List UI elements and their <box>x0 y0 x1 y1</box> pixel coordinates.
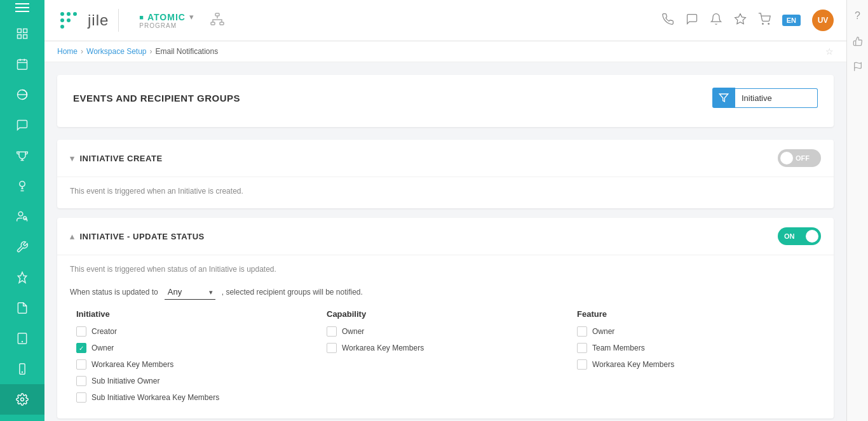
filter-icon <box>712 88 735 108</box>
checkbox-owner-capability-box[interactable] <box>327 326 337 337</box>
svg-point-9 <box>20 182 25 187</box>
initiative-create-desc: This event is triggered when an Initiati… <box>70 187 821 196</box>
sidebar-item-tablet[interactable] <box>0 323 44 354</box>
svg-point-22 <box>60 25 64 29</box>
checkbox-workarea-key-members-feature-box[interactable] <box>577 359 587 370</box>
initiative-filter-select[interactable]: Initiative Capability Feature Epic Story <box>735 88 818 108</box>
sidebar-nav <box>0 15 44 384</box>
breadcrumb-home[interactable]: Home <box>57 47 78 56</box>
sidebar-item-bulb[interactable] <box>0 171 44 201</box>
org-chart-icon[interactable] <box>210 12 225 29</box>
sidebar-item-phone[interactable] <box>0 354 44 384</box>
checkbox-workarea-key-members-capability-box[interactable] <box>327 343 337 353</box>
svg-point-10 <box>18 212 23 217</box>
logo-area: jile <box>57 9 119 32</box>
checkbox-workarea-key-members-capability[interactable]: Workarea Key Members <box>327 343 564 353</box>
jile-logo-text: jile <box>88 11 109 29</box>
checkbox-owner-feature-box[interactable] <box>577 326 587 337</box>
checkbox-sub-initiative-workarea-label: Sub Initiative Workarea Key Members <box>92 393 219 402</box>
thumbsup-icon[interactable] <box>848 32 867 51</box>
checkbox-owner-initiative[interactable]: Owner <box>76 343 314 353</box>
sidebar-item-tools[interactable] <box>0 232 44 262</box>
inbox-icon[interactable] <box>661 13 674 29</box>
checkbox-creator[interactable]: Creator <box>76 326 314 337</box>
checkbox-sub-initiative-owner-box[interactable] <box>76 376 86 386</box>
chat-bubble-icon[interactable] <box>686 13 698 29</box>
cart-icon[interactable] <box>758 13 771 29</box>
language-badge[interactable]: EN <box>782 15 801 26</box>
sidebar-item-people[interactable] <box>0 201 44 232</box>
user-avatar[interactable]: UV <box>812 10 834 31</box>
sidebar-item-document[interactable] <box>0 293 44 323</box>
initiative-create-title: ▾ INITIATIVE CREATE <box>70 154 163 163</box>
sidebar-item-calendar[interactable] <box>0 49 44 79</box>
sidebar-item-pin[interactable] <box>0 262 44 293</box>
sidebar-item-grid[interactable] <box>0 18 44 49</box>
initiative-create-chevron: ▾ <box>70 154 75 163</box>
sidebar-item-chat[interactable] <box>0 110 44 140</box>
sidebar-bottom <box>0 384 44 421</box>
filter-dropdown: Initiative Capability Feature Epic Story <box>712 88 818 108</box>
checkbox-workarea-key-members-feature-label: Workarea Key Members <box>592 360 674 369</box>
checkbox-team-members[interactable]: Team Members <box>577 343 815 353</box>
hamburger-menu[interactable] <box>0 0 44 15</box>
checkbox-workarea-key-members-initiative[interactable]: Workarea Key Members <box>76 359 314 370</box>
svg-rect-23 <box>215 13 219 16</box>
svg-rect-1 <box>24 29 27 33</box>
program-label: PROGRAM <box>139 22 194 29</box>
initiative-create-header[interactable]: ▾ INITIATIVE CREATE OFF <box>57 140 834 177</box>
bell-icon[interactable] <box>710 13 722 29</box>
breadcrumb-workspace[interactable]: Workspace Setup <box>86 47 147 56</box>
breadcrumb-star-icon[interactable]: ☆ <box>825 46 834 57</box>
checkbox-workarea-key-members-feature[interactable]: Workarea Key Members <box>577 359 815 370</box>
checkbox-owner-capability[interactable]: Owner <box>327 326 564 337</box>
svg-point-18 <box>67 12 71 16</box>
initiative-update-desc: This event is triggered when status of a… <box>70 265 821 274</box>
feature-col: Feature Owner Team Members <box>571 309 821 409</box>
initiative-update-card: ▴ INITIATIVE - UPDATE STATUS ON This eve… <box>57 218 834 418</box>
svg-marker-29 <box>719 94 728 102</box>
breadcrumb-sep-1: › <box>81 47 83 56</box>
sidebar-item-settings[interactable] <box>0 384 44 415</box>
svg-rect-0 <box>18 29 22 33</box>
body-area: Home › Workspace Setup › Email Notificat… <box>44 41 846 421</box>
status-select[interactable]: Any Active Inactive <box>165 284 215 300</box>
svg-point-17 <box>60 12 64 16</box>
svg-point-28 <box>768 23 770 24</box>
checkbox-owner-feature[interactable]: Owner <box>577 326 815 337</box>
checkbox-sub-initiative-workarea-box[interactable] <box>76 392 86 403</box>
sidebar-item-trophy[interactable] <box>0 140 44 171</box>
checkbox-creator-label: Creator <box>92 327 117 336</box>
initiative-update-body: This event is triggered when status of a… <box>57 255 834 418</box>
svg-point-20 <box>60 18 64 22</box>
sidebar-item-sports[interactable] <box>0 79 44 110</box>
breadcrumb: Home › Workspace Setup › Email Notificat… <box>44 41 846 62</box>
svg-rect-25 <box>220 22 224 25</box>
svg-rect-2 <box>18 35 22 39</box>
program-section: ■ ATOMIC ▾ PROGRAM <box>132 12 194 29</box>
checkbox-team-members-box[interactable] <box>577 343 587 353</box>
initiative-update-header[interactable]: ▴ INITIATIVE - UPDATE STATUS ON <box>57 218 834 255</box>
checkbox-sub-initiative-owner-label: Sub Initiative Owner <box>92 377 159 385</box>
main-content: jile ■ ATOMIC ▾ PROGRAM <box>44 0 846 421</box>
recipient-groups: Initiative Creator Owner <box>70 303 821 409</box>
initiative-update-toggle[interactable]: ON <box>778 227 821 245</box>
svg-rect-3 <box>24 35 27 39</box>
initiative-create-toggle[interactable]: OFF <box>778 149 821 167</box>
checkbox-owner-initiative-label: Owner <box>92 344 114 352</box>
flag-icon[interactable] <box>848 57 867 76</box>
help-icon[interactable]: ? <box>848 6 867 25</box>
checkbox-creator-box[interactable] <box>76 326 86 337</box>
initiative-col-title: Initiative <box>76 309 314 319</box>
jile-logo-icon <box>57 9 80 32</box>
checkbox-owner-initiative-box[interactable] <box>76 343 86 353</box>
svg-point-27 <box>762 23 763 24</box>
program-dropdown-arrow[interactable]: ▾ <box>189 12 194 22</box>
events-card: EVENTS AND RECIPIENT GROUPS Initiative C… <box>57 75 834 127</box>
checkbox-workarea-key-members-initiative-box[interactable] <box>76 359 86 370</box>
svg-point-21 <box>67 18 71 22</box>
checkbox-sub-initiative-owner[interactable]: Sub Initiative Owner <box>76 376 314 386</box>
star-icon[interactable] <box>734 13 747 29</box>
checkbox-sub-initiative-workarea[interactable]: Sub Initiative Workarea Key Members <box>76 392 314 403</box>
checkbox-team-members-label: Team Members <box>592 344 645 352</box>
